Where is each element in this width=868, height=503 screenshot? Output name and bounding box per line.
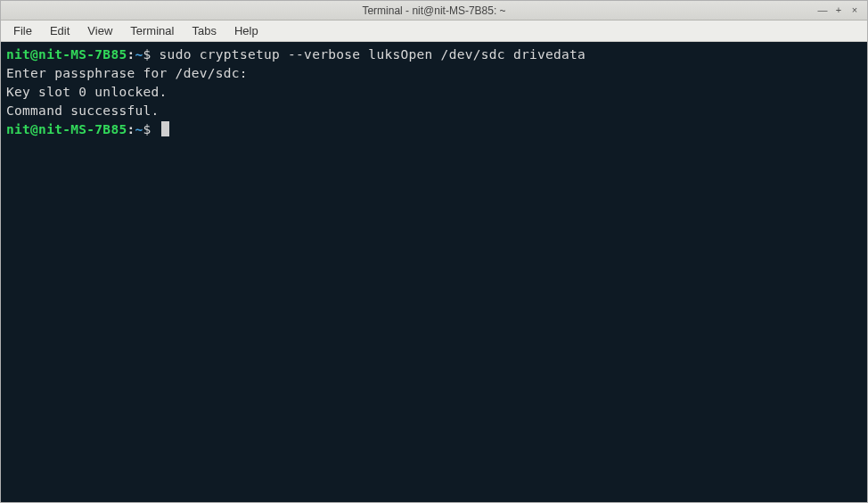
menu-view[interactable]: View <box>78 21 121 40</box>
prompt-user: nit@nit-MS-7B85 <box>6 122 127 136</box>
close-button[interactable]: × <box>849 5 860 16</box>
command-text: sudo cryptsetup --verbose luksOpen /dev/… <box>160 47 586 62</box>
prompt-end: $ <box>143 122 160 136</box>
cursor-block <box>161 121 169 136</box>
output-line: Enter passphrase for /dev/sdc: <box>6 64 862 83</box>
window-controls: — + × <box>817 5 867 16</box>
output-line: Key slot 0 unlocked. <box>6 83 862 102</box>
titlebar[interactable]: Terminal - nit@nit-MS-7B85: ~ — + × <box>1 1 867 21</box>
prompt-end: $ <box>143 47 160 62</box>
menu-help[interactable]: Help <box>225 21 267 40</box>
menu-edit[interactable]: Edit <box>41 21 78 40</box>
minimize-button[interactable]: — <box>817 5 828 16</box>
menu-tabs[interactable]: Tabs <box>183 21 225 40</box>
window-title: Terminal - nit@nit-MS-7B85: ~ <box>362 4 505 17</box>
menu-terminal[interactable]: Terminal <box>121 21 183 40</box>
output-line: Command successful. <box>6 102 862 120</box>
prompt-path: ~ <box>135 47 143 62</box>
prompt-path: ~ <box>135 122 143 136</box>
maximize-button[interactable]: + <box>833 5 844 16</box>
menu-file[interactable]: File <box>4 21 41 40</box>
prompt-line-2: nit@nit-MS-7B85:~$ <box>6 120 862 139</box>
terminal-area[interactable]: nit@nit-MS-7B85:~$ sudo cryptsetup --ver… <box>1 42 867 502</box>
terminal-window: Terminal - nit@nit-MS-7B85: ~ — + × File… <box>0 0 868 503</box>
prompt-line-1: nit@nit-MS-7B85:~$ sudo cryptsetup --ver… <box>6 45 862 64</box>
prompt-user: nit@nit-MS-7B85 <box>6 47 127 62</box>
menubar: File Edit View Terminal Tabs Help <box>1 21 867 42</box>
